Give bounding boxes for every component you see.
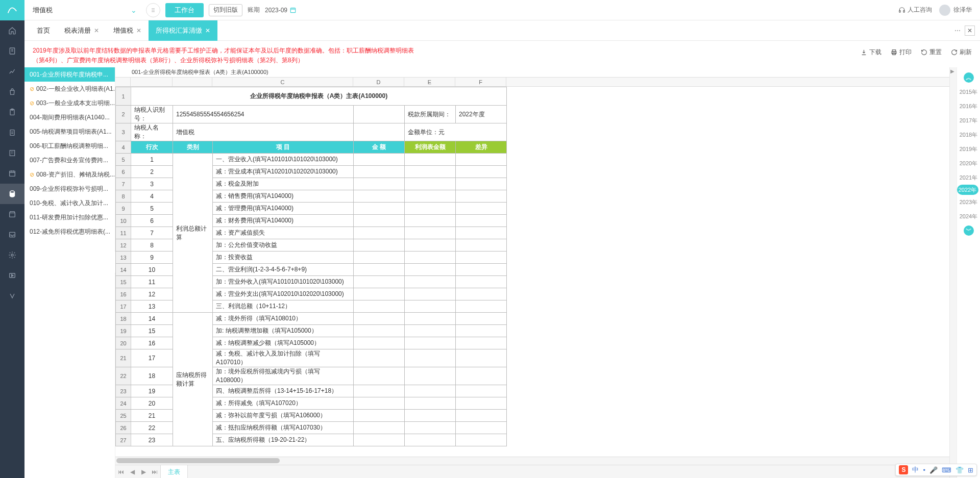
sidebar-item[interactable]: 011-研发费用加计扣除优惠...	[24, 210, 115, 224]
sheet-nav-prev[interactable]: ◀	[127, 468, 138, 475]
sidebar-item[interactable]: ⊘003-一般企业成本支出明细...	[24, 96, 115, 110]
reset-button[interactable]: 重置	[921, 48, 942, 57]
pl-cell[interactable]	[405, 190, 456, 203]
diff-cell[interactable]	[456, 190, 507, 203]
year-2017年[interactable]: 2017年	[957, 113, 981, 128]
amount-cell[interactable]	[354, 190, 405, 203]
diff-cell[interactable]	[456, 288, 507, 300]
close-icon[interactable]: ✕	[94, 27, 99, 34]
diff-cell[interactable]	[456, 166, 507, 178]
amount-cell[interactable]	[354, 264, 405, 276]
ime-toolbox-icon[interactable]: ⊞	[968, 466, 973, 474]
ime-punct-icon[interactable]: •	[923, 466, 925, 474]
sheet-nav-next[interactable]: ▶	[138, 468, 149, 475]
grid-scroll[interactable]: 1企业所得税年度纳税申报表（A类）主表(A100000)2纳税人识别号：1255…	[115, 87, 949, 457]
pl-cell[interactable]	[405, 227, 456, 239]
nav-clipboard-icon[interactable]	[0, 102, 24, 122]
year-scroll-down[interactable]: ︾	[964, 225, 974, 236]
pl-cell[interactable]	[405, 166, 456, 178]
nav-archive-icon[interactable]	[0, 204, 24, 224]
year-2020年[interactable]: 2020年	[957, 156, 981, 170]
list-icon-button[interactable]	[146, 3, 160, 17]
amount-cell[interactable]	[354, 397, 405, 410]
tabs-close-all-button[interactable]: ✕	[965, 26, 975, 36]
pl-cell[interactable]	[405, 422, 456, 434]
sheet-tab-main[interactable]: 主表	[160, 465, 188, 479]
diff-cell[interactable]	[456, 203, 507, 215]
diff-cell[interactable]	[456, 434, 507, 446]
close-icon[interactable]: ✕	[205, 27, 210, 34]
year-2016年[interactable]: 2016年	[957, 99, 981, 113]
taxpayer-id[interactable]: 125545855545546562​54	[173, 106, 354, 123]
amount-cell[interactable]	[354, 385, 405, 397]
refresh-button[interactable]: 刷新	[951, 48, 972, 57]
amount-cell[interactable]	[354, 288, 405, 300]
pl-cell[interactable]	[405, 203, 456, 215]
amount-cell[interactable]	[354, 313, 405, 325]
ime-lang[interactable]: 中	[912, 465, 919, 474]
cell[interactable]	[354, 106, 405, 123]
ime-keyboard-icon[interactable]: ⌨	[942, 466, 951, 474]
ime-mic-icon[interactable]: 🎤	[929, 466, 938, 474]
sidebar-item[interactable]: 010-免税、减计收入及加计...	[24, 196, 115, 210]
amount-cell[interactable]	[354, 251, 405, 264]
pl-cell[interactable]	[405, 239, 456, 251]
ime-skin-icon[interactable]: 👕	[955, 466, 964, 474]
year-scroll-up[interactable]: ︽	[964, 72, 974, 83]
sidebar-item[interactable]: 001-企业所得税年度纳税申...	[24, 67, 115, 82]
diff-cell[interactable]	[456, 178, 507, 190]
amount-cell[interactable]	[354, 276, 405, 288]
ime-toolbar[interactable]: S 中 • 🎤 ⌨ 👕 ⊞	[895, 464, 977, 476]
period-owner-value[interactable]: 2022年度	[456, 106, 507, 123]
pl-cell[interactable]	[405, 337, 456, 349]
pl-cell[interactable]	[405, 288, 456, 300]
cell[interactable]	[354, 123, 405, 141]
amount-cell[interactable]	[354, 239, 405, 251]
nav-settings-icon[interactable]	[0, 245, 24, 265]
amount-cell[interactable]	[354, 367, 405, 385]
pl-cell[interactable]	[405, 410, 456, 422]
diff-cell[interactable]	[456, 349, 507, 367]
amount-cell[interactable]	[354, 434, 405, 446]
amount-cell[interactable]	[354, 300, 405, 313]
pl-cell[interactable]	[405, 251, 456, 264]
tab-所得税汇算清缴[interactable]: 所得税汇算清缴✕	[149, 20, 217, 41]
pl-cell[interactable]	[405, 434, 456, 446]
pl-cell[interactable]	[405, 385, 456, 397]
nav-doc-icon[interactable]	[0, 41, 24, 61]
amount-cell[interactable]	[354, 166, 405, 178]
workspace-button[interactable]: 工作台	[165, 3, 204, 17]
diff-cell[interactable]	[456, 367, 507, 385]
year-2022年[interactable]: 2022年	[957, 185, 978, 195]
amount-cell[interactable]	[354, 410, 405, 422]
switch-old-button[interactable]: 切到旧版	[209, 4, 242, 16]
year-2023年[interactable]: 2023年	[957, 195, 981, 209]
pl-cell[interactable]	[405, 325, 456, 337]
amount-cell[interactable]	[354, 422, 405, 434]
user-menu[interactable]: 徐泽华	[939, 5, 972, 16]
diff-cell[interactable]	[456, 239, 507, 251]
sidebar-item[interactable]: 005-纳税调整项目明细表(A1...	[24, 124, 115, 139]
nav-building-icon[interactable]	[0, 143, 24, 163]
diff-cell[interactable]	[456, 300, 507, 313]
nav-home-icon[interactable]	[0, 20, 24, 41]
sidebar-item[interactable]: 012-减免所得税优惠明细表(...	[24, 224, 115, 239]
tabs-more-icon[interactable]: ⋯	[952, 26, 963, 36]
pl-cell[interactable]	[405, 154, 456, 166]
tab-首页[interactable]: 首页	[30, 20, 57, 41]
sidebar-item[interactable]: 007-广告费和业务宣传费跨...	[24, 153, 115, 167]
diff-cell[interactable]	[456, 337, 507, 349]
year-2019年[interactable]: 2019年	[957, 142, 981, 156]
tab-税表清册[interactable]: 税表清册✕	[57, 20, 106, 41]
close-icon[interactable]: ✕	[136, 27, 141, 34]
pl-cell[interactable]	[405, 313, 456, 325]
consult-link[interactable]: 人工咨询	[898, 6, 932, 14]
nav-video-icon[interactable]	[0, 265, 24, 286]
diff-cell[interactable]	[456, 385, 507, 397]
diff-cell[interactable]	[456, 215, 507, 227]
diff-cell[interactable]	[456, 325, 507, 337]
sidebar-item[interactable]: 006-职工薪酬纳税调整明细...	[24, 139, 115, 153]
period-picker[interactable]: 2023-09	[265, 7, 297, 14]
pl-cell[interactable]	[405, 349, 456, 367]
amount-cell[interactable]	[354, 227, 405, 239]
